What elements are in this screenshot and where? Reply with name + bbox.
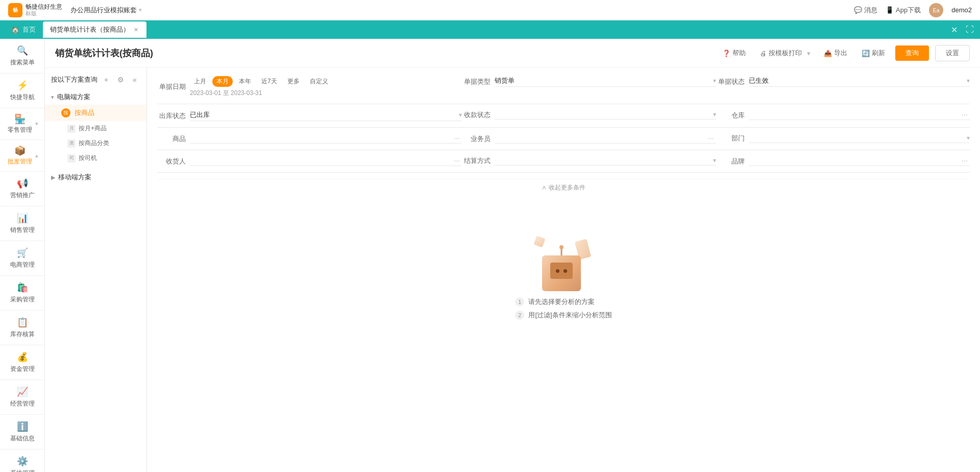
consignee-ellipsis-icon[interactable]: ··· [452, 156, 462, 164]
category-icon: 类 [67, 139, 76, 148]
date-btn-last-7[interactable]: 近7天 [257, 76, 281, 87]
doc-type-input-wrap: 销货单 ▾ [495, 76, 716, 87]
warehouse-input-wrap: ··· [749, 110, 970, 120]
scheme-subitem-month-product[interactable]: 月 按月+商品 [45, 121, 146, 136]
workspace-selector[interactable]: 办公用品行业模拟账套 ▾ [66, 4, 146, 17]
sidebar-item-wholesale[interactable]: 📦 批发管理 ▴ [0, 140, 44, 172]
empty-state: 1 请先选择要分析的方案 2 用[过滤]条件来缩小分析范围 [147, 204, 980, 350]
collapse-bar[interactable]: ∧ 收起更多条件 [157, 179, 970, 196]
purchase-icon: 🛍️ [17, 282, 28, 293]
filter-field-doc-type: 单据类型 销货单 ▾ [462, 76, 716, 87]
payment-label: 结算方式 [462, 156, 491, 166]
date-btn-last-month[interactable]: 上月 [190, 76, 210, 87]
illustration-float [533, 235, 545, 247]
print-button[interactable]: 🖨 按模板打印 [756, 46, 804, 60]
sidebar-item-search[interactable]: 🔍 搜索菜单 [0, 39, 44, 74]
print-button-group: 🖨 按模板打印 ▾ [756, 46, 814, 60]
add-scheme-button[interactable]: + [101, 74, 112, 85]
cashier-icon: 司 [67, 154, 76, 162]
filter-field-product: 商品 ··· [157, 134, 462, 144]
ecom-icon: 🛒 [17, 247, 28, 258]
illustration-box [542, 255, 581, 291]
filter-field-receipt-status: 收款状态 ▾ [462, 110, 716, 120]
sales-rep-input-wrap: ··· [495, 134, 716, 144]
main-layout: 🔍 搜索菜单 ⚡ 快捷导航 🏪 零售管理 ▾ 📦 批发管理 ▴ 📢 营销推广 [0, 39, 980, 472]
print-dropdown-button[interactable]: ▾ [804, 48, 814, 59]
warehouse-ellipsis-icon[interactable]: ··· [960, 110, 970, 119]
page-content: 销货单统计计表(按商品) ❓ 帮助 🖨 按模板打印 ▾ 📤 [45, 39, 980, 472]
sidebar-item-retail[interactable]: 🏪 零售管理 ▾ [0, 108, 44, 140]
illustration-antenna [561, 248, 562, 255]
scheme-subitem-category[interactable]: 类 按商品分类 [45, 136, 146, 151]
scheme-collapse-button[interactable]: « [129, 74, 140, 85]
message-action[interactable]: 💬 消息 [854, 6, 877, 15]
filter-field-brand: 品牌 ··· [716, 156, 970, 166]
month-product-icon: 月 [67, 125, 76, 133]
tab-home[interactable]: 🏠 首页 [4, 21, 43, 38]
basic-icon: ℹ️ [17, 421, 28, 432]
retail-arrow-icon: ▾ [35, 121, 38, 127]
sidebar-item-purchase[interactable]: 🛍️ 采购管理 [0, 276, 44, 311]
scheme-settings-button[interactable]: ⚙ [115, 74, 126, 85]
filter-row-1: 单据日期 上月 本月 本年 近7天 更多 自定义 [157, 76, 970, 104]
inventory-icon: 📋 [17, 317, 28, 328]
filter-row-3: 商品 ··· 业务员 ··· [157, 134, 970, 150]
dept-chevron-icon[interactable]: ▾ [967, 134, 970, 141]
tab-close-all-icon[interactable]: ✕ [949, 23, 960, 37]
doc-status-input-wrap: 已生效 ▾ [749, 76, 970, 87]
brand-ellipsis-icon[interactable]: ··· [960, 156, 970, 164]
filter-field-warehouse: 仓库 ··· [716, 110, 970, 120]
scheme-group-mobile-header[interactable]: ▶ 移动端方案 [45, 170, 146, 185]
doc-status-label: 单据状态 [716, 77, 745, 86]
tab-close-icon[interactable]: ✕ [133, 26, 139, 34]
sales-rep-ellipsis-icon[interactable]: ··· [706, 134, 716, 142]
chevron-down-icon: ▾ [139, 7, 142, 13]
filter-field-consignee: 收货人 ··· [157, 156, 462, 166]
payment-input-wrap: ▾ [495, 157, 716, 166]
sidebar-item-marketing[interactable]: 📢 营销推广 [0, 172, 44, 206]
by-product-icon: 按 [61, 108, 70, 117]
scheme-group-desktop-header[interactable]: ▾ 电脑端方案 [45, 89, 146, 105]
avatar[interactable]: Ea [929, 3, 943, 17]
marketing-icon: 📢 [17, 178, 28, 189]
quick-nav-icon: ⚡ [17, 80, 28, 91]
page-header: 销货单统计计表(按商品) ❓ 帮助 🖨 按模板打印 ▾ 📤 [45, 39, 980, 68]
sidebar-item-ops[interactable]: 📈 经营管理 [0, 380, 44, 415]
top-header: 畅 畅捷信好生意 标版 办公用品行业模拟账套 ▾ 💬 消息 📱 App下载 Ea… [0, 0, 980, 20]
date-btn-more[interactable]: 更多 [283, 76, 304, 87]
mobile-group-arrow-icon: ▶ [51, 174, 55, 181]
date-btn-custom[interactable]: 自定义 [306, 76, 332, 87]
scheme-item-by-product[interactable]: 按 按商品 [45, 105, 146, 121]
refresh-button[interactable]: 🔄 刷新 [857, 46, 889, 60]
date-btn-this-year[interactable]: 本年 [235, 76, 255, 87]
illustration-eye-left [556, 269, 559, 273]
out-status-value: 已出库 [190, 110, 457, 120]
scheme-panel-actions: + ⚙ « [101, 74, 140, 85]
help-button[interactable]: ❓ 帮助 [718, 46, 750, 60]
help-icon: ❓ [722, 50, 730, 57]
content-area: 销货单统计计表(按商品) ❓ 帮助 🖨 按模板打印 ▾ 📤 [45, 39, 980, 472]
doc-status-chevron-icon[interactable]: ▾ [967, 77, 970, 84]
sidebar-item-sales-mgmt[interactable]: 📊 销售管理 [0, 206, 44, 241]
sidebar-item-basic[interactable]: ℹ️ 基础信息 [0, 415, 44, 450]
tab-sales-stat[interactable]: 销货单统计计表（按商品） ✕ [43, 21, 146, 38]
tab-expand-icon[interactable]: ⛶ [964, 23, 976, 36]
scheme-subitem-cashier[interactable]: 司 按司机 [45, 151, 146, 166]
query-button[interactable]: 查询 [895, 45, 929, 61]
app-download-action[interactable]: 📱 App下载 [886, 6, 921, 15]
step-1-num: 1 [515, 297, 524, 306]
sidebar-item-system[interactable]: ⚙️ 系统管理 [0, 450, 44, 472]
sidebar-item-ecom[interactable]: 🛒 电商管理 [0, 241, 44, 276]
product-ellipsis-icon[interactable]: ··· [452, 134, 462, 142]
date-btn-this-month[interactable]: 本月 [212, 76, 233, 87]
sidebar-item-finance[interactable]: 💰 资金管理 [0, 345, 44, 380]
sidebar-item-quick-nav[interactable]: ⚡ 快捷导航 [0, 74, 44, 108]
receipt-status-input-wrap: ▾ [495, 111, 716, 120]
settings-button[interactable]: 设置 [935, 45, 970, 61]
brand-label: 品牌 [716, 157, 745, 166]
empty-step-2: 2 用[过滤]条件来缩小分析范围 [515, 311, 611, 320]
scheme-panel-header: 按以下方案查询 + ⚙ « [45, 74, 146, 89]
export-button[interactable]: 📤 导出 [820, 46, 851, 60]
sidebar-item-inventory[interactable]: 📋 库存核算 [0, 311, 44, 345]
tab-bar-actions: ✕ ⛶ [949, 23, 976, 37]
